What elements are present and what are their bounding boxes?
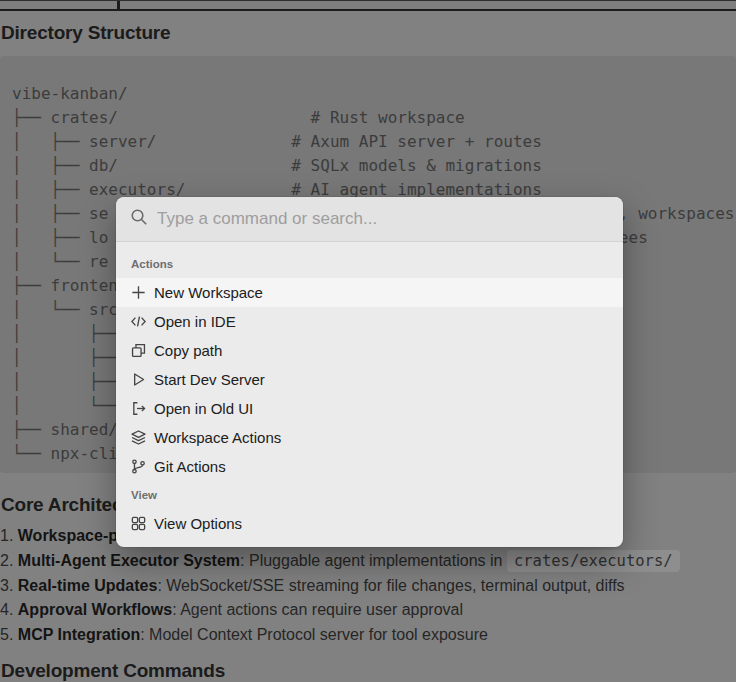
code-icon [130, 313, 147, 330]
command-search-bar [116, 197, 623, 242]
palette-item-label: Start Dev Server [154, 371, 265, 388]
command-search-input[interactable] [157, 209, 609, 229]
section-label-view: View [116, 485, 623, 509]
palette-item-git-actions[interactable]: Git Actions [116, 452, 623, 481]
palette-item-start-dev-server[interactable]: Start Dev Server [116, 365, 623, 394]
development-commands-heading: Development Commands [1, 660, 225, 682]
palette-item-label: Open in IDE [154, 313, 236, 330]
palette-item-label: New Workspace [154, 284, 263, 301]
command-palette: ActionsNew WorkspaceOpen in IDECopy path… [116, 197, 623, 547]
arch-list-item: 5. MCP Integration: Model Context Protoc… [0, 623, 736, 648]
palette-item-label: Open in Old UI [154, 400, 253, 417]
page-title: Directory Structure [1, 22, 170, 44]
exit-icon [130, 400, 147, 417]
arch-list-item: 4. Approval Workflows: Agent actions can… [0, 598, 736, 623]
grid-icon [130, 515, 147, 532]
palette-item-label: Workspace Actions [154, 429, 281, 446]
core-architecture-heading: Core Architec [1, 494, 122, 516]
play-icon [130, 371, 147, 388]
palette-item-open-in-old-ui[interactable]: Open in Old UI [116, 394, 623, 423]
git-branch-icon [130, 458, 147, 475]
command-list: ActionsNew WorkspaceOpen in IDECopy path… [116, 242, 623, 538]
palette-item-view-options[interactable]: View Options [116, 509, 623, 538]
palette-item-new-workspace[interactable]: New Workspace [116, 278, 623, 307]
top-tab-bar [0, 0, 736, 11]
plus-icon [130, 284, 147, 301]
palette-item-label: View Options [154, 515, 242, 532]
palette-item-label: Copy path [154, 342, 222, 359]
palette-item-copy-path[interactable]: Copy path [116, 336, 623, 365]
palette-item-label: Git Actions [154, 458, 226, 475]
layers-icon [130, 429, 147, 446]
arch-list-item: 2. Multi-Agent Executor System: Pluggabl… [0, 549, 736, 574]
section-label-actions: Actions [116, 254, 623, 278]
palette-item-workspace-actions[interactable]: Workspace Actions [116, 423, 623, 452]
inline-code: crates/executors/ [507, 550, 680, 572]
palette-item-open-in-ide[interactable]: Open in IDE [116, 307, 623, 336]
arch-list-item: 3. Real-time Updates: WebSocket/SSE stre… [0, 574, 736, 599]
copy-icon [130, 342, 147, 359]
tab-divider [117, 1, 120, 10]
search-icon [130, 208, 148, 230]
